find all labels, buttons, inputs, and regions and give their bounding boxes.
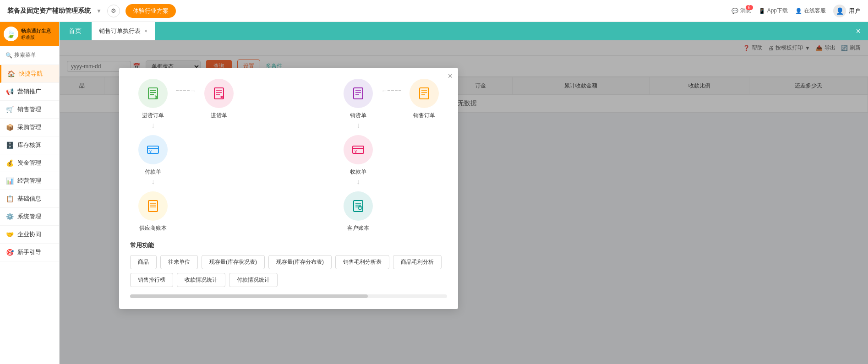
sidebar-item-basic-info[interactable]: 📋 基础信息	[0, 190, 59, 208]
sales-bill-label: 销货单	[350, 112, 366, 120]
svg-text:¥: ¥	[149, 149, 152, 154]
logo-symbol: 🍃	[6, 30, 16, 38]
svg-point-26	[358, 206, 362, 210]
customer-ledger-label: 客户账本	[347, 224, 369, 232]
top-bar: 装备及固定资产辅助管理系统 ▼ ⚙ 体验行业方案 💬 6 消息 📱 App下载 …	[0, 0, 868, 22]
system-title: 装备及固定资产辅助管理系统	[7, 7, 91, 15]
purchase-bill-col: 进货单	[196, 79, 242, 120]
newbie-icon: 🎯	[5, 248, 14, 256]
sidebar-item-label-purchase: 采购管理	[17, 123, 41, 131]
customer-ledger-circle	[344, 191, 373, 221]
sidebar-item-inventory[interactable]: 🗄️ 库存核算	[0, 136, 59, 154]
online-service-area[interactable]: 👤 在线客服	[795, 7, 826, 15]
modal-close-button[interactable]: ×	[448, 71, 453, 81]
tab-sales-order[interactable]: 销售订单执行表 ×	[92, 22, 155, 40]
content-area: 首页 销售订单执行表 × × ❓ 帮助 🖨 按	[60, 22, 868, 364]
sidebar-item-quick-nav[interactable]: 🏠 快捷导航	[0, 65, 59, 83]
btn-stock-dist[interactable]: 现存量(库存分布表)	[268, 255, 332, 269]
sidebar-item-enterprise[interactable]: 🤝 企业协同	[0, 226, 59, 244]
service-icon: 👤	[795, 8, 802, 14]
sales-icon: 🛒	[5, 105, 14, 114]
online-service-label: 在线客服	[804, 7, 826, 15]
experience-button[interactable]: 体验行业方案	[126, 4, 176, 18]
sales-order-label: 销售订单	[413, 112, 435, 120]
sidebar-item-finance[interactable]: 💰 资金管理	[0, 154, 59, 172]
sales-bill-col: 销货单 ↓ ¥ 收款单	[335, 79, 381, 232]
app-container: 装备及固定资产辅助管理系统 ▼ ⚙ 体验行业方案 💬 6 消息 📱 App下载 …	[0, 0, 868, 364]
flow-node-sales-bill[interactable]: 销货单	[335, 79, 381, 120]
flow-node-purchase-order[interactable]: 进货订单	[130, 79, 176, 120]
common-functions: 常用功能 商品 往来单位 现存量(库存状况表) 现存量(库存分布表) 销售毛利分…	[130, 241, 447, 287]
arrow-down-2: ↓	[151, 178, 155, 186]
sidebar-search-area: 🔍 搜索菜单	[0, 46, 59, 65]
sidebar-item-sales[interactable]: 🛒 销售管理	[0, 101, 59, 119]
payment-label: 付款单	[145, 168, 161, 176]
modal-scrollbar[interactable]	[130, 294, 447, 298]
sidebar-item-label-inventory: 库存核算	[17, 141, 41, 149]
tab-home-label: 首页	[69, 27, 82, 35]
app-download-label: App下载	[767, 7, 788, 15]
btn-payment-stats[interactable]: 付款情况统计	[229, 273, 278, 287]
modal-overlay[interactable]: × 进货订单	[60, 40, 868, 364]
inventory-icon: 🗄️	[5, 141, 14, 149]
sidebar-item-label-quick-nav: 快捷导航	[19, 70, 43, 78]
tab-sales-order-label: 销售订单执行表	[99, 27, 141, 35]
flow-node-receipt[interactable]: ¥ 收款单	[335, 135, 381, 176]
flow-node-customer-ledger[interactable]: 客户账本	[335, 191, 381, 232]
sidebar-item-purchase[interactable]: 📦 采购管理	[0, 119, 59, 136]
search-label: 搜索菜单	[14, 51, 36, 59]
payment-circle: ¥	[138, 135, 168, 164]
btn-product[interactable]: 商品	[130, 255, 157, 269]
svg-rect-22	[354, 201, 363, 212]
logo-icon: 🍃	[4, 27, 18, 41]
svg-text:¥: ¥	[354, 149, 357, 154]
modal-dialog: × 进货订单	[119, 68, 458, 309]
receipt-label: 收款单	[350, 168, 366, 176]
user-name: 用户	[849, 7, 861, 15]
brand-sub: 标准版	[21, 34, 51, 41]
settings-icon[interactable]: ⚙	[107, 5, 120, 17]
sidebar: 🍃 畅康通好生意 标准版 🔍 搜索菜单 🏠 快捷导航	[0, 22, 60, 364]
enterprise-icon: 🤝	[5, 230, 14, 239]
sidebar-item-marketing[interactable]: 📢 营销推广	[0, 83, 59, 101]
sidebar-item-system[interactable]: ⚙️ 系统管理	[0, 208, 59, 226]
flow-node-sales-order[interactable]: 销售订单	[401, 79, 447, 120]
home-icon: 🏠	[7, 70, 15, 78]
message-icon: 💬	[732, 8, 738, 14]
user-area[interactable]: 👤 用户	[833, 5, 861, 17]
tab-close-all-button[interactable]: ×	[848, 27, 868, 36]
message-icon-area[interactable]: 💬 6 消息	[732, 7, 751, 15]
search-menu-button[interactable]: 🔍 搜索菜单	[4, 49, 55, 61]
flow-node-supplier-ledger[interactable]: 供应商账本	[130, 191, 176, 232]
btn-sales-analysis[interactable]: 销售毛利分析表	[335, 255, 389, 269]
user-avatar: 👤	[833, 5, 846, 17]
btn-receipt-stats[interactable]: 收款情况统计	[177, 273, 225, 287]
marketing-icon: 📢	[5, 87, 14, 96]
tab-home[interactable]: 首页	[60, 22, 91, 40]
btn-product-analysis[interactable]: 商品毛利分析	[393, 255, 442, 269]
tab-close-icon[interactable]: ×	[144, 28, 147, 34]
sidebar-item-newbie[interactable]: 🎯 新手引导	[0, 244, 59, 261]
title-dropdown-icon[interactable]: ▼	[96, 8, 102, 14]
h-arrow-1: →	[176, 87, 196, 94]
sidebar-item-label-newbie: 新手引导	[17, 248, 41, 256]
phone-icon: 📱	[759, 8, 765, 14]
sidebar-item-operations[interactable]: 📊 经营管理	[0, 172, 59, 190]
finance-icon: 💰	[5, 159, 14, 167]
search-icon: 🔍	[5, 52, 12, 59]
flow-node-purchase-bill[interactable]: 进货单	[196, 79, 242, 120]
left-flow-col: 进货订单 ↓ ¥ 付款单	[130, 79, 176, 232]
btn-stock-status[interactable]: 现存量(库存状况表)	[202, 255, 265, 269]
sidebar-logo: 🍃 畅康通好生意 标准版	[0, 22, 59, 46]
app-download-area[interactable]: 📱 App下载	[759, 7, 788, 15]
arrow-down-3: ↓	[356, 121, 360, 130]
btn-partner[interactable]: 往来单位	[160, 255, 198, 269]
sidebar-item-label-sales: 销售管理	[17, 105, 41, 114]
sidebar-item-label-operations: 经营管理	[17, 177, 41, 185]
common-buttons-row1: 商品 往来单位 现存量(库存状况表) 现存量(库存分布表) 销售毛利分析表 商品…	[130, 255, 447, 269]
common-buttons-row2: 销售排行榜 收款情况统计 付款情况统计	[130, 273, 447, 287]
flow-node-payment[interactable]: ¥ 付款单	[130, 135, 176, 176]
btn-sales-rank[interactable]: 销售排行榜	[130, 273, 173, 287]
sales-order-circle	[409, 79, 439, 108]
sales-order-col: 销售订单	[401, 79, 447, 120]
